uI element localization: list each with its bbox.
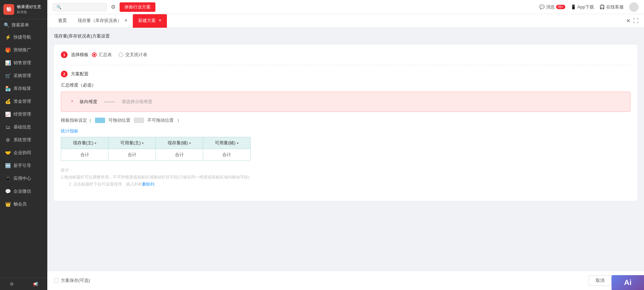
topbar-gear-icon[interactable]: ⚙ — [111, 4, 116, 10]
col-current-main-chevron[interactable]: ▾ — [95, 141, 96, 145]
tabbar-expand-btn[interactable]: ⛶ — [633, 18, 639, 24]
sidebar-item-vip[interactable]: 👑 畅会员 — [0, 198, 47, 211]
sidebar-item-inventory[interactable]: 🏪 库存核算 — [0, 82, 47, 95]
radio-crosstab-dot — [119, 52, 123, 57]
sidebar-label-purchase: 采购管理 — [14, 73, 31, 79]
sidebar-item-newguide[interactable]: 🆕 新手引导 — [0, 159, 47, 172]
sidebar-item-appcenter[interactable]: 📱 应用中心 — [0, 172, 47, 185]
col-available-aux-chevron[interactable]: ▾ — [237, 141, 239, 145]
col-current-aux-label: 现存量(辅) — [168, 140, 188, 146]
col-current-main[interactable]: 现存量(主) ▾ 合计 — [61, 137, 108, 161]
purchase-icon: 🛒 — [5, 73, 11, 79]
sidebar-label-sales: 销售管理 — [14, 60, 31, 66]
tip-2-text: 2. 点击标题栏下拉可设置排序、插入列和 — [61, 182, 142, 187]
tip-2: 2. 点击标题栏下拉可设置排序、插入列和删除列 — [61, 182, 630, 187]
ai-label: Ai — [624, 278, 631, 287]
sidebar-item-search[interactable]: 🔍 搜索菜单 — [0, 19, 47, 31]
page-title: 现存量(库存状况表)方案设置 — [54, 33, 637, 39]
online-service-label: 在线客服 — [606, 4, 624, 10]
content-area: 现存量(库存状况表)方案设置 1 选择模板 汇总表 交叉统计表 — [47, 28, 644, 271]
tab-home[interactable]: 首页 — [53, 14, 72, 28]
trial-btn[interactable]: 体验行业方案 — [120, 2, 155, 12]
sidebar-label-vip: 畅会员 — [14, 201, 27, 207]
radio-summary[interactable]: 汇总表 — [92, 52, 112, 58]
col-current-aux[interactable]: 现存量(辅) ▾ 合计 — [156, 137, 203, 161]
checkbox-box[interactable] — [54, 278, 59, 283]
bottom-bar: 方案保存(可选) 取消 查询 — [47, 271, 644, 290]
app-name: 畅康通好生意 — [17, 4, 41, 10]
col-available-main[interactable]: 可用量(主) ▾ 合计 — [108, 137, 156, 161]
step2-header: 2 方案配置 — [61, 71, 630, 77]
tabbar-right: ✕ ⛶ — [626, 18, 639, 24]
tab-inventory-close[interactable]: ✕ — [124, 18, 127, 23]
app-icon: 📱 — [571, 4, 576, 9]
tabbar: 首页 现存量（库存状况表） ✕ 新建方案 ✕ ✕ ⛶ — [47, 14, 644, 28]
stats-table: 现存量(主) ▾ 合计 可用量(主) ▾ 合计 — [61, 137, 251, 161]
tab-new-scheme[interactable]: 新建方案 ✕ — [133, 14, 167, 28]
summary-dimension-label: 汇总维度（必选） — [61, 82, 630, 88]
sidebar-item-system[interactable]: ⚙ 系统管理 — [0, 134, 47, 146]
step1-header: 1 选择模板 汇总表 交叉统计表 — [61, 51, 630, 58]
finance-icon: 💰 — [5, 98, 11, 104]
settings-panel: 1 选择模板 汇总表 交叉统计表 — [54, 45, 637, 201]
radio-crosstab[interactable]: 交叉统计表 — [119, 52, 147, 58]
marketing-icon: 🎁 — [5, 47, 11, 53]
sidebar-label-search: 搜索菜单 — [11, 22, 29, 28]
sidebar-item-purchase[interactable]: 🛒 采购管理 — [0, 69, 47, 82]
main-area: 🔍 ⚙ 体验行业方案 💬 消息 99+ 📱 App下载 🎧 在线客服 首页 — [47, 0, 644, 290]
col-available-aux-label: 可用量(辅) — [215, 140, 236, 146]
sidebar-label-basic-info: 基础信息 — [14, 124, 31, 130]
sales-icon: 📊 — [5, 60, 11, 66]
tab-inventory[interactable]: 现存量（库存状况表） ✕ — [72, 14, 133, 28]
sidebar-item-basic-info[interactable]: 🗂 基础信息 — [0, 121, 47, 134]
sidebar-item-cooperation[interactable]: 🤝 企业协同 — [0, 146, 47, 159]
stats-section: 统计指标 现存量(主) ▾ 合计 — [61, 128, 630, 162]
col-current-main-label: 现存量(主) — [73, 140, 94, 146]
app-download-btn[interactable]: 📱 App下载 — [571, 4, 594, 10]
sidebar-logo: 畅 畅康通好生意 标准版 — [0, 0, 47, 19]
online-service-btn[interactable]: 🎧 在线客服 — [599, 4, 624, 10]
sidebar-label-marketing: 营销推广 — [14, 47, 31, 53]
dimension-area[interactable]: * 纵向维度 —— 请选择分组维度 — [61, 92, 630, 112]
col-available-aux[interactable]: 可用量(辅) ▾ 合计 — [203, 137, 250, 161]
sidebar-label-appcenter: 应用中心 — [14, 175, 31, 182]
cooperation-icon: 🤝 — [5, 150, 11, 156]
tip-label: 提示： — [61, 167, 630, 173]
sidebar-settings-btn[interactable]: ⚙ — [0, 278, 24, 290]
col-current-main-header[interactable]: 现存量(主) ▾ — [61, 137, 108, 149]
tabbar-close-btn[interactable]: ✕ — [626, 18, 630, 24]
sidebar-item-finance[interactable]: 💰 资金管理 — [0, 95, 47, 108]
col-available-main-header[interactable]: 可用量(主) ▾ — [108, 137, 155, 149]
divider1 — [61, 65, 630, 65]
save-checkbox[interactable]: 方案保存(可选) — [54, 277, 90, 284]
sidebar-item-wechat[interactable]: 💬 企业微信 — [0, 185, 47, 198]
sidebar-item-sales[interactable]: 📊 销售管理 — [0, 56, 47, 69]
sidebar: 畅 畅康通好生意 标准版 🔍 搜索菜单 ⚡ 快捷导航 🎁 营销推广 📊 销售管理… — [0, 0, 47, 290]
sidebar-label-quicknav: 快捷导航 — [14, 34, 31, 40]
required-star: * — [71, 99, 73, 104]
cancel-button[interactable]: 取消 — [589, 275, 612, 286]
ai-badge[interactable]: Ai — [612, 275, 644, 290]
col-current-aux-header[interactable]: 现存量(辅) ▾ — [156, 137, 203, 149]
logo-text: 畅 — [6, 6, 11, 13]
messages-icon: 💬 — [539, 4, 545, 9]
step1-section: 1 选择模板 汇总表 交叉统计表 — [61, 51, 630, 58]
avatar[interactable] — [629, 2, 639, 12]
col-available-main-chevron[interactable]: ▾ — [142, 141, 144, 145]
sidebar-item-quicknav[interactable]: ⚡ 快捷导航 — [0, 31, 47, 44]
topbar-search[interactable]: 🔍 — [53, 3, 107, 11]
logo-icon: 畅 — [3, 4, 14, 15]
topbar-right: 💬 消息 99+ 📱 App下载 🎧 在线客服 — [539, 2, 639, 12]
non-draggable-badge — [134, 118, 144, 123]
sidebar-item-management[interactable]: 📈 经营管理 — [0, 108, 47, 121]
step2-badge: 2 — [61, 71, 68, 77]
messages-btn[interactable]: 💬 消息 99+ — [539, 4, 565, 10]
template-radio-group: 汇总表 交叉统计表 — [92, 52, 147, 58]
col-current-aux-chevron[interactable]: ▾ — [189, 141, 191, 145]
tab-home-label: 首页 — [58, 18, 67, 24]
tab-new-scheme-close[interactable]: ✕ — [158, 18, 162, 23]
col-available-aux-header[interactable]: 可用量(辅) ▾ — [203, 137, 250, 149]
sidebar-item-marketing[interactable]: 🎁 营销推广 — [0, 44, 47, 56]
sidebar-speaker-btn[interactable]: 📢 — [24, 278, 47, 290]
topbar: 🔍 ⚙ 体验行业方案 💬 消息 99+ 📱 App下载 🎧 在线客服 — [47, 0, 644, 14]
